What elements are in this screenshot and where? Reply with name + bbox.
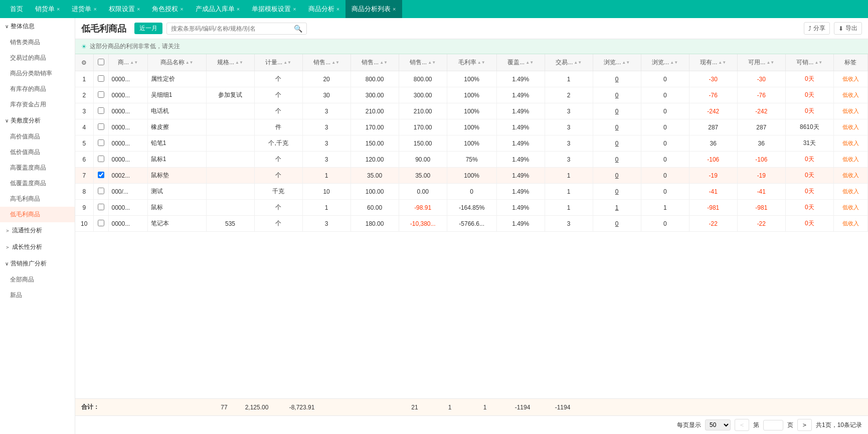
sidebar-item-low-value[interactable]: 低价值商品	[0, 144, 75, 160]
row-current: -76	[689, 87, 737, 103]
row-checkbox[interactable]	[98, 204, 104, 210]
row-browse1[interactable]: 1	[593, 200, 641, 216]
row-checkbox[interactable]	[98, 156, 104, 162]
row-sales-amount: 0.00	[399, 184, 447, 200]
nav-goods-analysis-list[interactable]: 商品分析列表 ×	[345, 0, 402, 18]
nav-product-in-close[interactable]: ×	[237, 6, 240, 12]
next-page-button[interactable]: ＞	[797, 419, 812, 431]
row-checkbox[interactable]	[98, 139, 104, 146]
filter-recent-month-button[interactable]: 近一月	[134, 23, 162, 34]
nav-role-close[interactable]: ×	[180, 6, 183, 12]
export-button[interactable]: ⬇ 导出	[834, 22, 862, 35]
row-sales-amount: -98.91	[399, 200, 447, 216]
nav-template[interactable]: 单据模板设置 ×	[246, 0, 302, 18]
row-name[interactable]: 属性定价	[147, 71, 206, 87]
sidebar-section-marketing-title[interactable]: ∨ 营销推广分析	[0, 255, 75, 272]
row-current: 36	[689, 135, 737, 152]
page-input[interactable]: 1	[763, 420, 783, 430]
row-sales-price: 800.00	[351, 71, 399, 87]
settings-icon[interactable]: ⚙	[81, 59, 87, 66]
nav-sales[interactable]: 销货单 ×	[29, 0, 66, 18]
row-browse1[interactable]: 0	[593, 152, 641, 168]
row-browse1[interactable]: 0	[593, 87, 641, 103]
th-coverage: 覆盖... ▲▼	[496, 54, 545, 71]
sidebar-section-liquidity-title[interactable]: ＞ 流通性分析	[0, 222, 75, 239]
notice-bar: ☀ 这部分商品的利润非常低，请关注	[75, 39, 868, 54]
nav-permission[interactable]: 权限设置 ×	[103, 0, 146, 18]
nav-home[interactable]: 首页	[4, 0, 29, 18]
row-browse2: 0	[641, 152, 689, 168]
sidebar-section-growth-title[interactable]: ＞ 成长性分析	[0, 239, 75, 255]
table-row: 1 0000... 属性定价 个 20 800.00 800.00 100% 1…	[75, 71, 868, 87]
row-name[interactable]: 电话机	[147, 103, 206, 119]
row-checkbox-cell	[93, 71, 108, 87]
select-all-checkbox[interactable]	[98, 59, 104, 65]
nav-role[interactable]: 角色授权 ×	[146, 0, 189, 18]
row-coverage: 1.49%	[496, 119, 545, 135]
sidebar-item-new-goods[interactable]: 新品	[0, 287, 75, 303]
row-name[interactable]: 铅笔1	[147, 135, 206, 152]
nav-sales-close[interactable]: ×	[57, 6, 60, 12]
row-checkbox[interactable]	[98, 91, 104, 98]
row-name[interactable]: 橡皮擦	[147, 119, 206, 135]
row-name[interactable]: 鼠标1	[147, 152, 206, 168]
row-coverage: 1.49%	[496, 87, 545, 103]
row-sellable: 0天	[785, 152, 833, 168]
sidebar-item-sales-goods[interactable]: 销售类商品	[0, 35, 75, 50]
th-settings[interactable]: ⚙	[75, 54, 93, 71]
th-checkbox	[93, 54, 108, 71]
sidebar-item-high-margin[interactable]: 高毛利商品	[0, 191, 75, 207]
th-code: 商... ▲▼	[108, 54, 147, 71]
row-gross-margin: -164.85%	[447, 200, 496, 216]
row-checkbox[interactable]	[98, 107, 104, 114]
row-checkbox[interactable]	[98, 172, 104, 178]
search-input[interactable]	[171, 25, 294, 32]
total-browse2: 1	[467, 404, 502, 411]
row-checkbox[interactable]	[98, 75, 104, 82]
nav-goods-analysis-list-close[interactable]: ×	[393, 6, 396, 12]
row-browse1[interactable]: 0	[593, 103, 641, 119]
row-name[interactable]: 鼠标垫	[147, 168, 206, 184]
nav-permission-close[interactable]: ×	[137, 6, 140, 12]
th-browse2: 浏览... ▲▼	[641, 54, 689, 71]
sidebar-item-high-value[interactable]: 高价值商品	[0, 129, 75, 144]
row-name[interactable]: 笔记本	[147, 216, 206, 232]
row-sales-count: 3	[302, 152, 351, 168]
row-browse1[interactable]: 0	[593, 119, 641, 135]
share-button[interactable]: ⤴ 分享	[804, 22, 830, 35]
sidebar-item-category-rate[interactable]: 商品分类助销率	[0, 66, 75, 81]
sidebar-item-all-goods[interactable]: 全部商品	[0, 272, 75, 287]
row-gross-margin: 100%	[447, 168, 496, 184]
nav-template-close[interactable]: ×	[293, 6, 296, 12]
row-browse1[interactable]: 0	[593, 168, 641, 184]
row-browse1[interactable]: 0	[593, 184, 641, 200]
nav-goods-analysis[interactable]: 商品分析 ×	[302, 0, 345, 18]
sidebar-item-high-coverage[interactable]: 高覆盖度商品	[0, 160, 75, 176]
row-name[interactable]: 吴细细1	[147, 87, 206, 103]
sidebar-item-stock-goods[interactable]: 有库存的商品	[0, 81, 75, 97]
nav-goods-analysis-close[interactable]: ×	[336, 6, 339, 12]
sidebar-section-overall-title[interactable]: ∨ 整体信息	[0, 18, 75, 35]
row-name[interactable]: 鼠标	[147, 200, 206, 216]
row-gross-margin: 100%	[447, 119, 496, 135]
sidebar-item-low-margin[interactable]: 低毛利商品	[0, 207, 75, 222]
row-browse1[interactable]: 0	[593, 216, 641, 232]
nav-purchase[interactable]: 进货单 ×	[66, 0, 102, 18]
row-browse1[interactable]: 0	[593, 135, 641, 152]
sidebar-item-stock-fund[interactable]: 库存资金占用	[0, 97, 75, 112]
row-checkbox[interactable]	[98, 220, 104, 226]
sort-icon: ▲▼	[331, 61, 339, 65]
per-page-select[interactable]: 50 100 200	[705, 419, 731, 430]
row-browse1[interactable]: 0	[593, 71, 641, 87]
row-checkbox[interactable]	[98, 188, 104, 194]
sidebar-item-traded-goods[interactable]: 交易过的商品	[0, 50, 75, 66]
header-actions: ⤴ 分享 ⬇ 导出	[804, 22, 862, 35]
row-checkbox[interactable]	[98, 123, 104, 130]
row-spec	[206, 184, 254, 200]
nav-product-in[interactable]: 产成品入库单 ×	[190, 0, 246, 18]
sidebar-section-beauty-title[interactable]: ∨ 美敷度分析	[0, 112, 75, 129]
prev-page-button[interactable]: ＜	[735, 419, 749, 431]
nav-purchase-close[interactable]: ×	[93, 6, 96, 12]
row-name[interactable]: 测试	[147, 184, 206, 200]
sidebar-item-low-coverage[interactable]: 低覆盖度商品	[0, 176, 75, 191]
